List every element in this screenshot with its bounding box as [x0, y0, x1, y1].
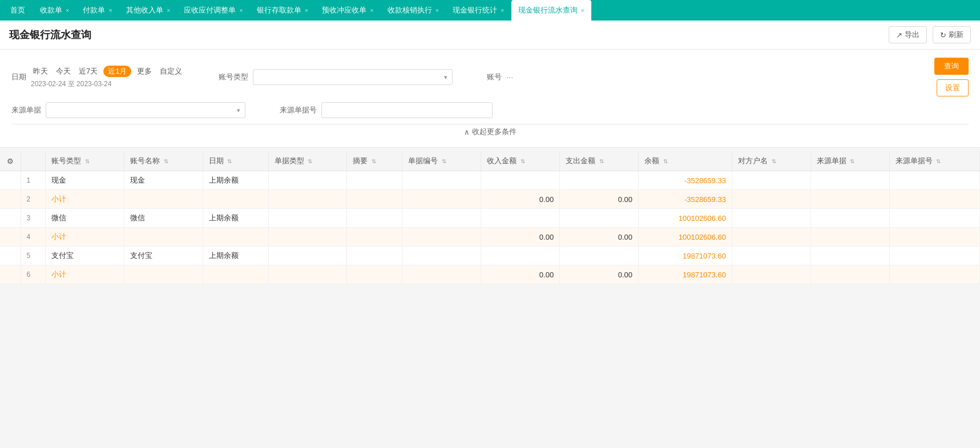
col-source-doc-no: 来源单据号 ⇅	[889, 151, 979, 171]
col-source-doc: 来源单据 ⇅	[810, 151, 889, 171]
sort-icon-income[interactable]: ⇅	[521, 158, 525, 164]
col-balance: 余额 ⇅	[639, 151, 732, 171]
collapse-up-icon: ∧	[464, 128, 470, 136]
col-gear[interactable]: ⚙	[0, 151, 21, 171]
nav-tab-1[interactable]: 付款单 ×	[76, 0, 119, 21]
source-doc-select[interactable]: ▾	[46, 102, 245, 118]
sort-icon-doc-no[interactable]: ⇅	[442, 158, 446, 164]
nav-tab-5[interactable]: 预收冲应收单 ×	[315, 0, 380, 21]
nav-tab-8[interactable]: 现金银行流水查询 ×	[511, 0, 591, 21]
col-account-type: 账号类型 ⇅	[46, 151, 124, 171]
col-doc-type: 单据类型 ⇅	[268, 151, 347, 171]
date-filter-item: 日期 昨天 今天 近7天 近1月 更多 自定义 2023-02-24 至 202…	[11, 66, 184, 89]
account-type-select[interactable]: ▾	[253, 69, 453, 85]
date-opt-more[interactable]: 更多	[135, 66, 154, 77]
col-expense: 支出金额 ⇅	[560, 151, 639, 171]
collapse-button[interactable]: ∧ 收起更多条件	[11, 124, 969, 139]
source-doc-chevron-icon: ▾	[237, 107, 240, 114]
col-account-name: 账号名称 ⇅	[124, 151, 203, 171]
nav-tab-0[interactable]: 收款单 ×	[33, 0, 76, 21]
table-body: 1现金现金上期余额-3528659.332小计0.000.00-3528659.…	[0, 171, 980, 284]
col-counterpart: 对方户名 ⇅	[732, 151, 810, 171]
col-doc-no: 单据编号 ⇅	[402, 151, 481, 171]
header-actions: ↗ 导出 ↻ 刷新	[889, 26, 971, 43]
page-header: 现金银行流水查询 ↗ 导出 ↻ 刷新	[0, 21, 980, 50]
source-doc-no-filter-item: 来源单据号	[280, 102, 493, 118]
source-doc-no-input[interactable]	[321, 102, 493, 118]
sort-icon-expense[interactable]: ⇅	[599, 158, 604, 164]
table-row[interactable]: 4小计0.000.00100102606.60	[0, 228, 980, 247]
date-range-display: 2023-02-24 至 2023-03-24	[31, 79, 184, 89]
filter-row-2: 来源单据 ▾ 来源单据号	[11, 102, 969, 118]
date-label: 日期	[11, 72, 26, 82]
nav-tab-2[interactable]: 其他收入单 ×	[119, 0, 177, 21]
table-header-row: ⚙ 账号类型 ⇅ 账号名称 ⇅ 日期 ⇅ 单据类型 ⇅	[0, 151, 980, 171]
settings-button[interactable]: 设置	[937, 79, 969, 96]
nav-tab-6[interactable]: 收款核销执行 ×	[381, 0, 446, 21]
close-tab-2[interactable]: ×	[167, 7, 170, 14]
account-filter-item: 账号 ···	[487, 72, 513, 82]
close-tab-0[interactable]: ×	[66, 7, 69, 14]
col-income: 收入金额 ⇅	[481, 151, 560, 171]
export-button[interactable]: ↗ 导出	[889, 26, 927, 43]
close-tab-7[interactable]: ×	[501, 7, 504, 14]
sort-icon-account-name[interactable]: ⇅	[164, 158, 168, 164]
sort-icon-date[interactable]: ⇅	[227, 158, 232, 164]
sort-icon-counterpart[interactable]: ⇅	[772, 158, 776, 164]
account-type-label: 账号类型	[219, 72, 248, 82]
source-doc-no-label: 来源单据号	[280, 105, 317, 115]
sort-icon-source-doc-no[interactable]: ⇅	[936, 158, 941, 164]
table-row[interactable]: 2小计0.000.00-3528659.33	[0, 190, 980, 209]
date-opt-custom[interactable]: 自定义	[158, 66, 184, 77]
nav-tab-4[interactable]: 银行存取款单 ×	[250, 0, 315, 21]
table-container: ⚙ 账号类型 ⇅ 账号名称 ⇅ 日期 ⇅ 单据类型 ⇅	[0, 151, 980, 284]
table-row[interactable]: 3微信微信上期余额100102606.60	[0, 209, 980, 228]
date-range-options: 昨天 今天 近7天 近1月 更多 自定义	[31, 66, 184, 77]
close-tab-1[interactable]: ×	[108, 7, 112, 14]
collapse-label: 收起更多条件	[472, 127, 517, 137]
date-opt-yesterday[interactable]: 昨天	[31, 66, 50, 77]
col-date: 日期 ⇅	[203, 151, 268, 171]
col-idx	[21, 151, 46, 171]
date-opt-1month[interactable]: 近1月	[103, 66, 131, 77]
action-buttons: 查询 设置	[934, 58, 969, 96]
chevron-down-icon: ▾	[444, 74, 447, 81]
dots-icon[interactable]: ···	[506, 72, 513, 82]
refresh-button[interactable]: ↻ 刷新	[933, 26, 971, 43]
source-doc-filter-item: 来源单据 ▾	[11, 102, 245, 118]
page-title: 现金银行流水查询	[9, 28, 91, 42]
source-doc-label: 来源单据	[11, 105, 41, 115]
sort-icon-doc-type[interactable]: ⇅	[308, 158, 312, 164]
nav-tab-3[interactable]: 应收应付调整单 ×	[177, 0, 249, 21]
date-opt-7days[interactable]: 近7天	[76, 66, 100, 77]
col-summary: 摘要 ⇅	[347, 151, 402, 171]
data-table: ⚙ 账号类型 ⇅ 账号名称 ⇅ 日期 ⇅ 单据类型 ⇅	[0, 151, 980, 284]
nav-tab-7[interactable]: 现金银行统计 ×	[446, 0, 511, 21]
close-tab-3[interactable]: ×	[239, 7, 243, 14]
filter-row-1: 日期 昨天 今天 近7天 近1月 更多 自定义 2023-02-24 至 202…	[11, 58, 969, 96]
sort-icon-source-doc[interactable]: ⇅	[850, 158, 854, 164]
sort-icon-account-type[interactable]: ⇅	[85, 158, 90, 164]
close-tab-5[interactable]: ×	[370, 7, 373, 14]
table-row[interactable]: 1现金现金上期余额-3528659.33	[0, 171, 980, 190]
refresh-icon: ↻	[940, 31, 946, 39]
close-tab-8[interactable]: ×	[581, 7, 584, 14]
export-icon: ↗	[896, 31, 902, 39]
top-nav: 首页 收款单 × 付款单 × 其他收入单 × 应收应付调整单 × 银行存取款单 …	[0, 0, 980, 21]
sort-icon-summary[interactable]: ⇅	[372, 158, 376, 164]
nav-home[interactable]: 首页	[2, 5, 33, 15]
table-row[interactable]: 6小计0.000.0019871073.60	[0, 265, 980, 284]
query-button[interactable]: 查询	[934, 58, 969, 75]
account-label: 账号	[487, 72, 502, 82]
table-row[interactable]: 5支付宝支付宝上期余额19871073.60	[0, 247, 980, 265]
date-options: 昨天 今天 近7天 近1月 更多 自定义 2023-02-24 至 2023-0…	[31, 66, 184, 89]
close-tab-4[interactable]: ×	[305, 7, 308, 14]
close-tab-6[interactable]: ×	[435, 7, 439, 14]
account-type-filter-item: 账号类型 ▾	[219, 69, 453, 85]
date-opt-today[interactable]: 今天	[54, 66, 73, 77]
sort-icon-balance[interactable]: ⇅	[663, 158, 668, 164]
filter-section: 日期 昨天 今天 近7天 近1月 更多 自定义 2023-02-24 至 202…	[0, 50, 980, 148]
